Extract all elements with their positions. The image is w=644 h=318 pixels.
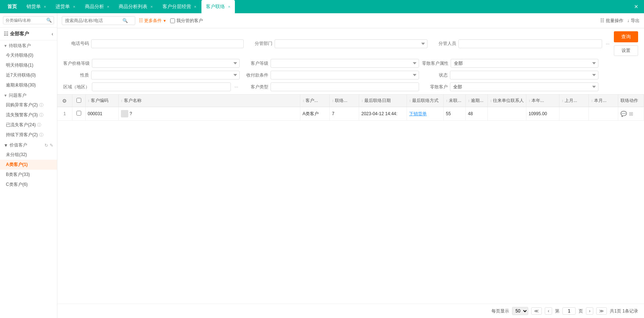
info-icon-repurchase[interactable]: ⓘ bbox=[39, 102, 43, 108]
filter-dept-select[interactable] bbox=[275, 39, 427, 48]
filter-customer-type-input[interactable] bbox=[271, 82, 419, 91]
pag-prev-btn[interactable]: ‹ bbox=[545, 307, 552, 315]
sidebar-item-c-class[interactable]: C类客户(6) bbox=[0, 180, 57, 190]
page-input[interactable] bbox=[562, 307, 576, 315]
sidebar-item-7days[interactable]: 近7天待联络(0) bbox=[0, 70, 57, 80]
nav-sales-close[interactable]: × bbox=[44, 4, 46, 9]
sidebar-item-a-class[interactable]: A类客户(1) bbox=[0, 160, 57, 170]
nav-goods-list-close[interactable]: × bbox=[150, 4, 153, 9]
sidebar-value-group[interactable]: ▼ 价值客户 ↻ ✎ bbox=[0, 140, 57, 150]
th-code-sort[interactable]: ↕ bbox=[88, 99, 90, 103]
check-all-checkbox[interactable] bbox=[76, 98, 81, 103]
row-name[interactable]: ? bbox=[118, 107, 300, 121]
info-icon-declining[interactable]: ⓘ bbox=[39, 132, 43, 138]
th-contact-sort[interactable]: ↕ bbox=[332, 99, 334, 103]
query-btn[interactable]: 查询 bbox=[614, 31, 638, 42]
info-icon-loss-warning[interactable]: ⓘ bbox=[39, 112, 43, 118]
window-close-btn[interactable]: × bbox=[631, 3, 641, 11]
nav-purchase[interactable]: 进货单 × bbox=[51, 0, 79, 13]
advanced-filters: 电话号码 分管部门 分管人员 ··· 查询 设置 bbox=[57, 28, 644, 95]
sidebar-item-ungroup[interactable]: 未分组(32) bbox=[0, 150, 57, 160]
th-overdue: ↕ 逾期... bbox=[466, 95, 488, 107]
nav-customer-layer[interactable]: 客户分层经营 × bbox=[158, 0, 201, 13]
export-btn[interactable]: ↓ 导出 bbox=[627, 18, 640, 24]
sidebar-waiting-group[interactable]: ▼ 待联络客户 bbox=[0, 40, 57, 50]
filter-person-more[interactable]: ··· bbox=[604, 40, 611, 48]
row-action: 💬 ⊞ bbox=[618, 107, 644, 121]
sidebar-item-lost[interactable]: 已流失客户(24) ⓘ bbox=[0, 120, 57, 130]
nav-sales[interactable]: 销货单 × bbox=[22, 0, 50, 13]
sidebar-item-repurchase[interactable]: 回购异常客户(2) ⓘ bbox=[0, 100, 57, 110]
row-way[interactable]: 下销货单 bbox=[407, 107, 444, 121]
sidebar-item-overdue[interactable]: 逾期未联络(30) bbox=[0, 80, 57, 90]
th-date: ↕ 最后联络日期 bbox=[359, 95, 407, 107]
batch-ops-btn[interactable]: ☷ 批量操作 bbox=[600, 18, 623, 24]
sidebar-item-tomorrow[interactable]: 明天待联络(1) bbox=[0, 60, 57, 70]
info-icon-lost[interactable]: ⓘ bbox=[37, 122, 41, 128]
filter-person-input[interactable] bbox=[458, 39, 602, 48]
sidebar-item-today[interactable]: 今天待联络(0) bbox=[0, 50, 57, 60]
sidebar-collapse-btn[interactable]: ‹ bbox=[51, 31, 53, 37]
filter-region-more[interactable]: ··· bbox=[233, 83, 240, 91]
gear-icon[interactable]: ⚙ bbox=[62, 98, 67, 104]
filter-phone-input[interactable] bbox=[91, 39, 244, 48]
nav-goods-list[interactable]: 商品分析列表 × bbox=[114, 0, 157, 13]
nav-goods-analysis[interactable]: 商品分析 × bbox=[80, 0, 114, 13]
filter-status: 状态 bbox=[422, 71, 598, 80]
query-btn-group: 查询 设置 bbox=[614, 31, 638, 56]
filter-retail-attr-select[interactable]: 全部 bbox=[451, 59, 598, 68]
th-checkbox[interactable] bbox=[72, 95, 85, 107]
row-checkbox[interactable] bbox=[72, 107, 85, 121]
filter-region-input[interactable] bbox=[92, 82, 231, 91]
th-curmon: ↕ 本月... bbox=[589, 95, 618, 107]
row-contact-num: 7 bbox=[330, 107, 359, 121]
message-icon[interactable]: 💬 bbox=[620, 111, 627, 117]
export-icon: ↓ bbox=[627, 18, 629, 23]
filter-nature-select[interactable] bbox=[91, 71, 240, 80]
sidebar-all-customers[interactable]: ☷ 全部客户 ‹ bbox=[0, 28, 57, 40]
th-lastmon-sort[interactable]: ↕ bbox=[562, 99, 564, 103]
th-overdue-sort[interactable]: ↕ bbox=[468, 99, 470, 103]
th-way-sort[interactable]: ↕ bbox=[409, 99, 411, 103]
th-date-sort[interactable]: ↕ bbox=[361, 99, 363, 103]
th-name-sort[interactable]: ↕ bbox=[121, 99, 123, 103]
sidebar-value-edit[interactable]: ✎ bbox=[50, 143, 53, 148]
filter-mine[interactable]: 我分管的客户 bbox=[170, 18, 203, 24]
filter-status-select[interactable] bbox=[450, 71, 598, 80]
nav-customer-contact-close[interactable]: × bbox=[228, 4, 230, 9]
filter-retail-customer-select[interactable]: 全部 bbox=[450, 82, 598, 91]
pag-next-btn[interactable]: › bbox=[586, 307, 593, 315]
filter-mine-checkbox[interactable] bbox=[170, 18, 175, 23]
th-grade-sort[interactable]: ↕ bbox=[303, 99, 304, 103]
nav-goods-analysis-close[interactable]: × bbox=[107, 4, 109, 9]
th-uncontact-sort[interactable]: ↕ bbox=[446, 99, 448, 103]
settings-btn[interactable]: 设置 bbox=[614, 45, 638, 56]
filter-more-btn[interactable]: ☷ 更多条件 ▼ bbox=[139, 18, 167, 24]
th-person-sort[interactable]: ↕ bbox=[490, 99, 492, 103]
nav-home[interactable]: 首页 bbox=[3, 0, 21, 13]
per-page-label: 每页显示 bbox=[491, 308, 509, 314]
per-page-select[interactable]: 50 bbox=[512, 307, 528, 315]
pag-first-btn[interactable]: ≪ bbox=[531, 307, 542, 315]
th-year-sort[interactable]: ↕ bbox=[529, 99, 530, 103]
th-gear[interactable]: ⚙ bbox=[57, 95, 72, 107]
filter-price-grade-select[interactable] bbox=[92, 59, 240, 68]
nav-customer-contact[interactable]: 客户联络 × bbox=[201, 0, 235, 13]
sidebar-value-refresh[interactable]: ↻ bbox=[44, 143, 48, 148]
filter-nature-label: 性质 bbox=[63, 72, 89, 78]
qr-icon[interactable]: ⊞ bbox=[629, 111, 633, 117]
sidebar-item-b-class[interactable]: B类客户(33) bbox=[0, 170, 57, 180]
filter-payment-select[interactable] bbox=[271, 71, 419, 80]
page-label: 第 bbox=[555, 308, 559, 314]
pag-last-btn[interactable]: ≫ bbox=[596, 307, 607, 315]
nav-purchase-close[interactable]: × bbox=[73, 4, 75, 9]
sidebar-problem-group[interactable]: ▼ 问题客户 bbox=[0, 90, 57, 100]
filter-search-input[interactable] bbox=[65, 18, 120, 23]
nav-customer-layer-close[interactable]: × bbox=[194, 4, 196, 9]
sidebar-item-declining[interactable]: 持续下滑客户(2) ⓘ bbox=[0, 130, 57, 140]
th-curmon-sort[interactable]: ↕ bbox=[591, 99, 593, 103]
sidebar-item-loss-warning[interactable]: 流失预警客户(3) ⓘ bbox=[0, 110, 57, 120]
filter-person-label: 分管人员 bbox=[430, 40, 456, 47]
filter-customer-grade-select[interactable] bbox=[271, 59, 419, 68]
row-check[interactable] bbox=[76, 111, 81, 116]
